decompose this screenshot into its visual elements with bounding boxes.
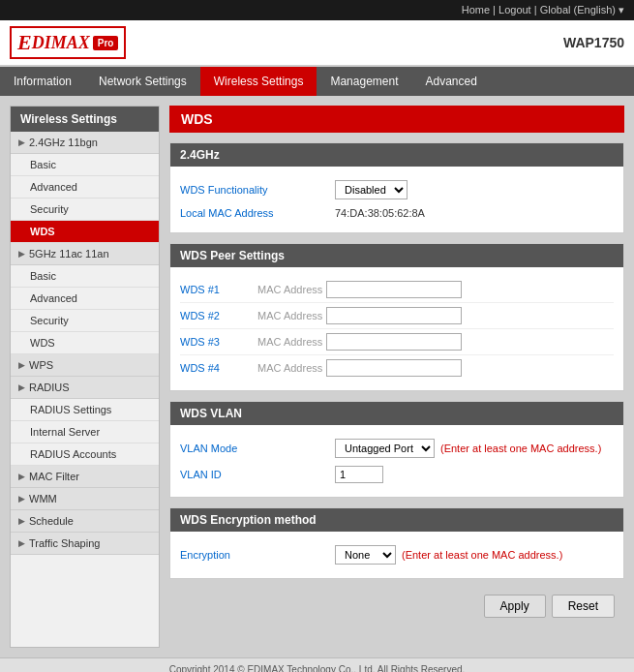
sidebar-item-wps[interactable]: WPS [11,354,159,377]
sidebar-item-traffic-shaping[interactable]: Traffic Shaping [11,533,159,555]
section-peer: WDS Peer Settings WDS #1 MAC Address WDS… [169,243,624,391]
encryption-hint: (Enter at least one MAC address.) [402,549,562,561]
sidebar-item-radius-accounts[interactable]: RADIUS Accounts [11,443,159,466]
logo: EDIMAX Pro [10,26,126,59]
vlan-id-row: VLAN ID [180,462,614,487]
peer-row-4: WDS #4 MAC Address [180,355,614,381]
peer-mac-label-1: MAC Address [257,284,322,295]
nav-management[interactable]: Management [317,67,411,96]
local-mac-row: Local MAC Address 74:DA:38:05:62:8A [180,203,614,223]
logout-link[interactable]: Logout [498,4,531,15]
language-selector[interactable]: Global (English) [540,4,616,15]
peer-label-1: WDS #1 [180,284,257,295]
sidebar-item-radius-settings[interactable]: RADIUS Settings [11,399,159,421]
page-title: WDS [169,106,624,133]
wds-functionality-row: WDS Functionality Disabled Enabled [180,176,614,203]
sidebar-title: Wireless Settings [11,107,159,132]
peer-mac-label-4: MAC Address [257,362,322,374]
peer-mac-label-2: MAC Address [257,310,322,321]
peer-mac-input-1[interactable] [326,281,462,298]
reset-button[interactable]: Reset [552,595,615,618]
section-encryption: WDS Encryption method Encryption None WE… [169,507,624,579]
section-header-2ghz: 2.4GHz [170,143,623,167]
sidebar-group-header-5ghz[interactable]: 5GHz 11ac 11an [11,243,159,265]
local-mac-label: Local MAC Address [180,207,335,219]
wds-functionality-select[interactable]: Disabled Enabled [335,180,408,199]
peer-mac-input-2[interactable] [326,307,462,324]
content: WDS 2.4GHz WDS Functionality Disabled En… [169,106,624,648]
peer-label-2: WDS #2 [180,310,257,321]
home-link[interactable]: Home [462,4,490,15]
sidebar-item-radius[interactable]: RADIUS [11,377,159,399]
nav-bar: Information Network Settings Wireless Se… [0,67,634,96]
encryption-label: Encryption [180,549,335,561]
sidebar-item-wds-24[interactable]: WDS [11,221,159,243]
vlan-mode-hint: (Enter at least one MAC address.) [440,443,601,454]
peer-label-3: WDS #3 [180,336,257,348]
sidebar-item-wds-5[interactable]: WDS [11,332,159,354]
encryption-select[interactable]: None WEP WPA2 [335,545,396,565]
top-bar: Home | Logout | Global (English) ▾ [0,0,634,20]
sidebar-item-mac-filter[interactable]: MAC Filter [11,466,159,488]
sidebar-item-security-24[interactable]: Security [11,199,159,221]
section-2ghz: 2.4GHz WDS Functionality Disabled Enable… [169,142,624,233]
vlan-id-input[interactable] [335,466,383,483]
peer-mac-input-3[interactable] [326,333,462,351]
sidebar: Wireless Settings 2.4GHz 11bgn Basic Adv… [10,106,160,648]
vlan-mode-label: VLAN Mode [180,443,335,454]
sidebar-item-basic-24[interactable]: Basic [11,154,159,176]
section-header-vlan: WDS VLAN [170,402,623,425]
encryption-row: Encryption None WEP WPA2 (Enter at least… [180,541,614,568]
section-vlan: WDS VLAN VLAN Mode Untagged Port Tagged … [169,401,624,498]
wds-functionality-label: WDS Functionality [180,184,335,196]
footer: Copyright 2014 © EDIMAX Technology Co., … [0,657,634,672]
nav-advanced[interactable]: Advanced [411,67,490,96]
nav-information[interactable]: Information [0,67,85,96]
sidebar-item-advanced-24[interactable]: Advanced [11,176,159,199]
section-header-encryption: WDS Encryption method [170,508,623,532]
sidebar-item-internal-server[interactable]: Internal Server [11,421,159,443]
sidebar-group-2ghz: 2.4GHz 11bgn Basic Advanced Security WDS [11,132,159,243]
button-row: Apply Reset [169,589,624,624]
sidebar-group-5ghz: 5GHz 11ac 11an Basic Advanced Security W… [11,243,159,354]
nav-network-settings[interactable]: Network Settings [85,67,200,96]
peer-mac-input-4[interactable] [326,359,462,377]
peer-mac-label-3: MAC Address [257,336,322,348]
section-header-peer: WDS Peer Settings [170,244,623,267]
main-container: Wireless Settings 2.4GHz 11bgn Basic Adv… [0,96,634,657]
sidebar-item-wmm[interactable]: WMM [11,488,159,510]
peer-row-1: WDS #1 MAC Address [180,277,614,303]
local-mac-value: 74:DA:38:05:62:8A [335,207,425,219]
sidebar-item-advanced-5[interactable]: Advanced [11,288,159,310]
peer-row-3: WDS #3 MAC Address [180,329,614,355]
peer-label-4: WDS #4 [180,362,257,374]
sidebar-item-basic-5[interactable]: Basic [11,265,159,288]
sidebar-group-header-2ghz[interactable]: 2.4GHz 11bgn [11,132,159,154]
pro-badge: Pro [93,36,119,50]
vlan-mode-select[interactable]: Untagged Port Tagged Port [335,439,435,458]
nav-wireless-settings[interactable]: Wireless Settings [200,67,317,96]
vlan-id-label: VLAN ID [180,469,335,480]
apply-button[interactable]: Apply [484,595,546,618]
sidebar-item-security-5[interactable]: Security [11,310,159,332]
peer-row-2: WDS #2 MAC Address [180,303,614,329]
sidebar-item-schedule[interactable]: Schedule [11,510,159,533]
logo-bar: EDIMAX Pro WAP1750 [0,20,634,67]
vlan-mode-row: VLAN Mode Untagged Port Tagged Port (Ent… [180,435,614,462]
device-model: WAP1750 [563,35,624,50]
